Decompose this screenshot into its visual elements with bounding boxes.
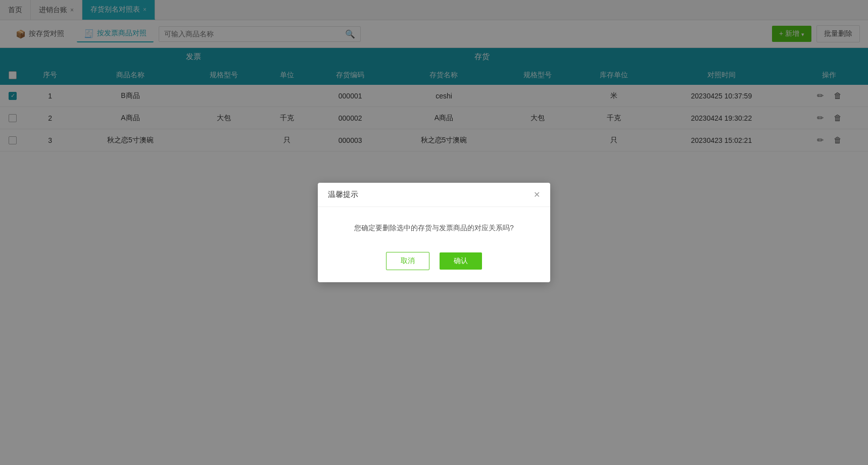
confirm-dialog: 温馨提示 ✕ 您确定要删除选中的存货与发票商品的对应关系吗? 取消 确认 <box>318 183 550 282</box>
cancel-label: 取消 <box>401 256 415 265</box>
dialog-close-button[interactable]: ✕ <box>534 190 540 199</box>
dialog-message: 您确定要删除选中的存货与发票商品的对应关系吗? <box>354 224 514 232</box>
dialog-title: 温馨提示 <box>328 190 358 199</box>
cancel-button[interactable]: 取消 <box>386 252 429 270</box>
dialog-body: 您确定要删除选中的存货与发票商品的对应关系吗? <box>318 207 550 243</box>
dialog-footer: 取消 确认 <box>318 244 550 282</box>
dialog-overlay: 温馨提示 ✕ 您确定要删除选中的存货与发票商品的对应关系吗? 取消 确认 <box>0 0 868 465</box>
dialog-header: 温馨提示 ✕ <box>318 183 550 207</box>
confirm-button[interactable]: 确认 <box>440 252 482 270</box>
confirm-label: 确认 <box>454 256 468 265</box>
